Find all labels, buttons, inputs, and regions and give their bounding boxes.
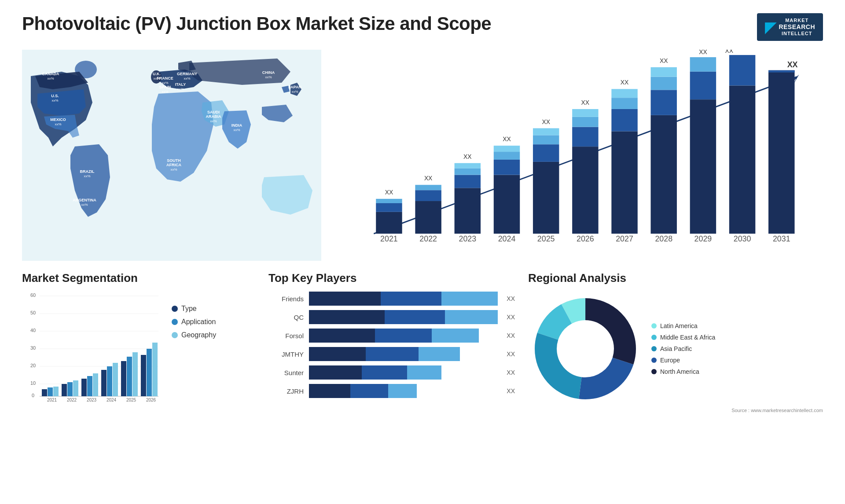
svg-rect-73 [611,109,637,131]
svg-rect-124 [107,366,112,396]
latin-america-dot [651,323,657,329]
europe-dot [651,358,657,363]
player-bar-jmthy [309,347,498,361]
svg-text:XX: XX [660,57,668,64]
svg-text:2028: 2028 [655,234,672,243]
svg-rect-117 [73,380,78,396]
player-name-jmthy: JMTHY [268,351,304,358]
application-dot [172,319,178,325]
svg-rect-68 [572,117,598,127]
legend-europe: Europe [651,357,715,364]
asia-pacific-dot [651,346,657,351]
svg-rect-112 [48,387,53,396]
svg-rect-39 [376,203,402,212]
svg-text:AFRICA: AFRICA [166,163,181,167]
svg-text:xx%: xx% [184,77,190,80]
svg-rect-60 [533,162,559,234]
north-america-dot [651,369,657,374]
svg-rect-54 [494,175,520,234]
svg-text:GERMANY: GERMANY [177,72,197,76]
regional-section: Regional Analysis [528,271,823,413]
svg-text:0: 0 [32,393,34,398]
player-bar-forsol [309,329,498,343]
svg-text:U.K.: U.K. [153,72,161,76]
svg-text:ARGENTINA: ARGENTINA [73,198,96,202]
svg-rect-125 [113,363,118,396]
svg-text:60: 60 [30,292,36,298]
svg-rect-38 [376,212,402,234]
svg-rect-67 [572,127,598,147]
player-row-qc: QC XX [268,310,515,324]
player-bar-sunter [309,365,498,380]
svg-text:2022: 2022 [67,398,77,402]
svg-rect-86 [690,57,716,72]
svg-rect-75 [611,89,637,98]
svg-rect-81 [651,67,677,77]
svg-rect-128 [127,357,132,396]
regional-wrapper: Latin America Middle East & Africa Asia … [528,292,823,406]
svg-text:SPAIN: SPAIN [159,85,171,89]
svg-text:xx%: xx% [162,90,168,94]
svg-text:U.S.: U.S. [51,94,59,98]
svg-text:INDIA: INDIA [231,123,242,128]
svg-text:2021: 2021 [380,234,398,243]
svg-rect-55 [494,160,520,175]
svg-rect-61 [533,144,559,162]
logo-line3: INTELLECT [779,31,815,37]
segmentation-legend: Type Application Geography [172,305,216,339]
svg-rect-90 [729,55,755,85]
middle-east-dot [651,335,657,340]
logo: ◤ MARKET RESEARCH INTELLECT [757,13,823,41]
svg-text:30: 30 [30,345,36,351]
svg-rect-74 [611,98,637,109]
svg-rect-79 [651,90,677,115]
player-xx-qc: XX [507,314,515,321]
svg-rect-120 [87,376,92,396]
svg-rect-113 [53,387,59,396]
svg-rect-84 [690,99,716,234]
player-name-forsol: Forsol [268,332,304,340]
svg-text:xx%: xx% [47,77,54,80]
svg-text:xx%: xx% [81,203,88,207]
svg-rect-66 [572,146,598,234]
svg-text:2029: 2029 [694,234,712,243]
svg-rect-132 [147,349,152,396]
legend-geography: Geography [172,331,216,339]
player-xx-friends: XX [507,295,515,302]
svg-text:10: 10 [30,380,36,386]
svg-rect-123 [101,370,107,396]
legend-asia-pacific: Asia Pacific [651,345,715,352]
svg-rect-85 [690,72,716,99]
svg-text:50: 50 [30,310,36,315]
player-xx-jmthy: XX [507,351,515,358]
players-bars-list: Friends XX QC [268,292,515,398]
svg-text:SAUDI: SAUDI [207,110,220,114]
europe-label: Europe [660,357,680,364]
svg-text:2021: 2021 [47,398,57,402]
page-container: Photovoltaic (PV) Junction Box Market Si… [0,0,845,504]
regional-title: Regional Analysis [528,271,823,285]
svg-text:XX: XX [463,153,472,160]
svg-text:SOUTH: SOUTH [167,158,181,163]
svg-text:XX: XX [725,50,734,54]
svg-rect-111 [42,389,47,396]
player-bar-qc [309,310,498,324]
svg-point-141 [559,322,612,375]
svg-text:xx%: xx% [162,81,168,85]
svg-text:MEXICO: MEXICO [50,117,66,122]
svg-text:XX: XX [385,189,393,196]
player-xx-zjrh: XX [507,387,515,394]
svg-rect-80 [651,77,677,90]
geography-dot [172,332,178,338]
svg-rect-57 [494,146,520,152]
svg-rect-131 [141,355,146,396]
player-xx-sunter: XX [507,369,515,376]
logo-line1: MARKET [779,18,815,23]
bottom-section: Market Segmentation 60 50 40 30 20 10 0 [22,271,823,413]
player-xx-forsol: XX [507,332,515,339]
svg-rect-121 [93,373,98,396]
svg-rect-78 [651,115,677,234]
svg-text:2025: 2025 [126,398,136,402]
svg-text:2025: 2025 [537,234,555,243]
svg-text:xx%: xx% [55,122,61,126]
